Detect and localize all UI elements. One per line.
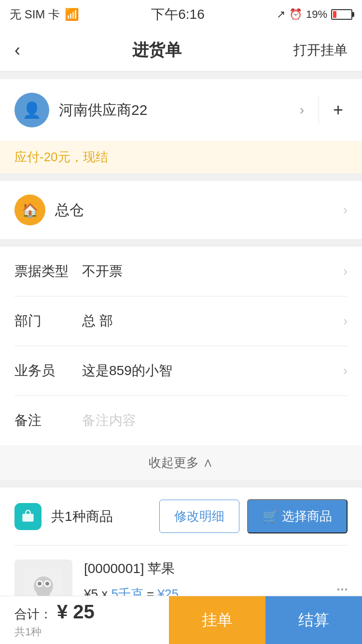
salesperson-label: 业务员 [14,362,82,380]
footer-total: 合计： ¥ 25 共1种 [0,601,169,639]
location-icon: ↗ [277,8,285,21]
product-count-icon [14,503,42,530]
invoice-type-label: 票据类型 [14,262,82,280]
select-product-button[interactable]: 🛒 选择商品 [247,499,348,533]
remark-label: 备注 [14,411,82,430]
thin-divider-4 [14,545,348,546]
salesperson-value: 这是859的小智 [82,362,343,380]
product-name: [0000001] 苹果 [84,560,336,578]
divider-4 [0,480,362,488]
svg-rect-0 [22,514,33,521]
add-supplier-button[interactable]: + [319,96,348,125]
nav-bar: ‹ 进货单 打开挂单 [0,29,362,71]
product-code: [0000001] [84,561,144,576]
invoice-type-arrow-icon: › [343,264,348,279]
page-title: 进货单 [132,39,181,61]
supplier-avatar-icon: 👤 [22,101,42,119]
salesperson-row[interactable]: 业务员 这是859的小智 › [0,346,362,395]
status-left: 无 SIM 卡 📶 [10,7,79,22]
department-value: 总 部 [82,312,343,330]
status-bar: 无 SIM 卡 📶 下午6:16 ↗ ⏰ 19% [0,0,362,29]
edit-detail-button[interactable]: 修改明细 [159,500,239,533]
open-pending-button[interactable]: 打开挂单 [293,41,348,59]
checkout-button[interactable]: 结算 [265,596,362,644]
svg-point-5 [38,582,42,586]
remark-row[interactable]: 备注 备注内容 [0,396,362,445]
battery-icon [331,9,352,20]
product-header: 共1种商品 修改明细 🛒 选择商品 [0,488,362,545]
supplier-arrow-icon: › [300,102,304,118]
salesperson-arrow-icon: › [343,363,348,378]
divider-1 [0,71,362,79]
invoice-type-section: 票据类型 不开票 › 部门 总 部 › 业务员 这是859的小智 › 备注 备注… [0,247,362,445]
wifi-icon: 📶 [65,8,79,21]
carrier-text: 无 SIM 卡 [10,7,60,22]
remark-value[interactable]: 备注内容 [82,411,348,430]
product-title: 苹果 [148,561,175,576]
divider-3 [0,239,362,247]
warehouse-row[interactable]: 🏠 总仓 › [0,181,362,239]
warehouse-arrow-icon: › [343,202,348,218]
invoice-type-value: 不开票 [82,262,343,280]
department-label: 部门 [14,312,82,330]
status-right: ↗ ⏰ 19% [277,8,352,21]
divider-2 [0,173,362,181]
back-button[interactable]: ‹ [14,40,20,60]
svg-point-6 [45,582,49,586]
total-row: 合计： ¥ 25 [14,601,154,623]
total-sub: 共1种 [14,625,154,639]
product-count-text: 共1种商品 [51,507,159,526]
total-amount: ¥ 25 [57,601,95,623]
hang-button[interactable]: 挂单 [169,596,265,644]
footer: 合计： ¥ 25 共1种 挂单 结算 [0,596,362,644]
alarm-icon: ⏰ [289,8,302,21]
supplier-notice: 应付-20元，现结 [0,141,362,173]
battery-percent: 19% [306,8,327,21]
cart-icon: 🛒 [263,509,278,524]
department-arrow-icon: › [343,313,348,329]
total-label: 合计： [14,606,52,623]
supplier-row[interactable]: 👤 河南供应商22 › + [0,79,362,141]
status-time: 下午6:16 [151,5,205,24]
warehouse-icon: 🏠 [14,195,45,225]
department-row[interactable]: 部门 总 部 › [0,296,362,346]
collapse-label: 收起更多 ∧ [149,454,213,471]
supplier-avatar: 👤 [14,93,49,127]
invoice-type-row[interactable]: 票据类型 不开票 › [0,247,362,296]
warehouse-name: 总仓 [55,200,343,220]
supplier-section: 👤 河南供应商22 › + 应付-20元，现结 [0,79,362,173]
supplier-name: 河南供应商22 [59,100,300,120]
warehouse-section: 🏠 总仓 › [0,181,362,239]
collapse-bar[interactable]: 收起更多 ∧ [0,445,362,480]
select-product-label: 选择商品 [282,508,332,525]
